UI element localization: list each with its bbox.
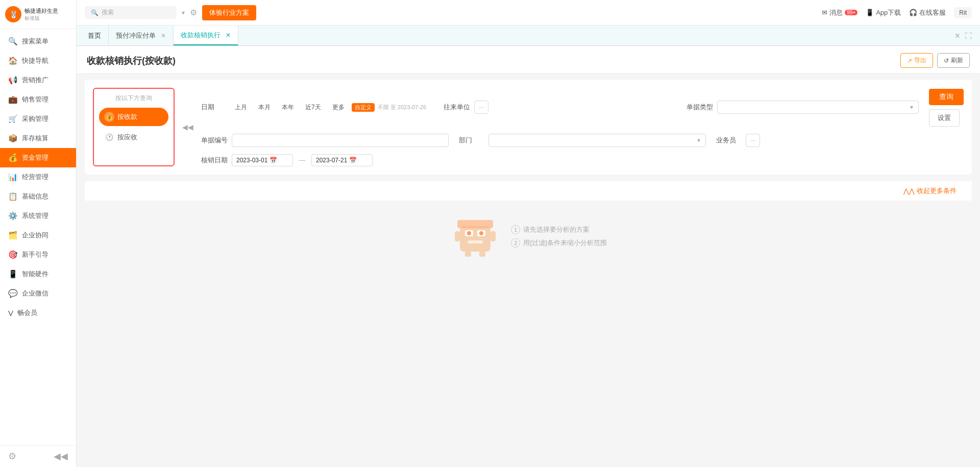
tab-prepay[interactable]: 预付冲应付单 ✕ <box>109 26 174 45</box>
date-separator: — <box>297 157 307 164</box>
tip1-num: 1 <box>511 225 520 234</box>
staff-label: 业务员 <box>716 136 742 145</box>
tabbar-actions: ✕ ⛶ <box>954 32 976 40</box>
empty-state: 1 请先选择要分析的方案 2 用[过滤]条件来缩小分析范围 <box>77 211 980 262</box>
writeoff-end-value: 2023-07-21 <box>316 157 347 164</box>
app-download-button[interactable]: 📱 App下载 <box>866 8 901 17</box>
date-shortcuts: 上月 本月 本年 近7天 更多 自定义 不限 至 2023-07-26 <box>231 102 426 113</box>
sidebar-quicknav-label: 快捷导航 <box>22 56 48 65</box>
date-custom-tag[interactable]: 自定义 <box>352 103 375 112</box>
sidebar-item-guide[interactable]: 🎯 新手引导 <box>0 245 76 264</box>
tab-receivable-close-icon[interactable]: ✕ <box>226 32 231 39</box>
message-button[interactable]: ✉ 消息 99+ <box>822 8 857 17</box>
date-last-month-btn[interactable]: 上月 <box>231 102 251 113</box>
writeoff-date-label: 核销日期 <box>201 156 228 165</box>
export-button[interactable]: ↗ 导出 <box>900 53 933 68</box>
sidebar-item-enterprise[interactable]: 🗂️ 企业协同 <box>0 226 76 245</box>
sidebar-hardware-label: 智能硬件 <box>22 269 48 279</box>
search-box[interactable]: 🔍 搜索 <box>85 6 177 19</box>
sidebar-item-hardware[interactable]: 📱 智能硬件 <box>0 264 76 284</box>
page-header: 收款核销执行(按收款) ↗ 导出 ↺ 刷新 <box>77 46 980 73</box>
date-7days-btn[interactable]: 近7天 <box>301 102 325 113</box>
filter-row-1: 日期 上月 本月 本年 近7天 更多 自定义 不限 至 2023-07-26 往… <box>201 88 964 127</box>
filter-by-receivable[interactable]: 🕐 按应收 <box>99 128 168 146</box>
collapse-sidebar-icon[interactable]: ◀◀ <box>54 451 68 462</box>
date-this-year-btn[interactable]: 本年 <box>278 102 298 113</box>
sidebar-item-finance[interactable]: 💰 资金管理 <box>0 148 76 167</box>
sidebar-item-search[interactable]: 🔍 搜索菜单 <box>0 32 76 51</box>
sidebar-item-sales[interactable]: 💼 销售管理 <box>0 90 76 109</box>
collapse-more-conditions[interactable]: ⋀⋀ 收起更多条件 <box>85 181 972 201</box>
search-icon: 🔍 <box>91 9 99 16</box>
collapse-more-label: 收起更多条件 <box>917 186 957 195</box>
bill-no-input[interactable] <box>232 134 449 147</box>
sidebar-sales-label: 销售管理 <box>22 95 48 104</box>
date-more-btn[interactable]: 更多 <box>328 102 349 113</box>
filter-by-receipt[interactable]: 💰 按收款 <box>99 108 168 126</box>
sidebar-sales-icon: 💼 <box>8 95 18 104</box>
sidebar-item-quicknav[interactable]: 🏠 快捷导航 <box>0 51 76 70</box>
empty-tip-2: 2 用[过滤]条件来缩小分析范围 <box>511 238 606 248</box>
writeoff-end-date-input[interactable]: 2023-07-21 📅 <box>311 154 373 166</box>
sidebar-guide-icon: 🎯 <box>8 250 18 259</box>
page-title: 收款核销执行(按收款) <box>87 55 176 67</box>
tab-prepay-close-icon[interactable]: ✕ <box>161 32 166 39</box>
bill-no-label: 单据编号 <box>201 136 228 145</box>
message-label: 消息 <box>829 8 843 17</box>
writeoff-start-calendar-icon: 📅 <box>270 157 277 164</box>
dropdown-chevron-icon[interactable]: ▾ <box>182 9 185 16</box>
svg-rect-6 <box>455 231 460 241</box>
query-button[interactable]: 查询 <box>929 89 964 105</box>
tab-receivable-label: 收款核销执行 <box>181 31 220 40</box>
svg-point-3 <box>467 231 471 235</box>
sidebar-item-wechat[interactable]: 💬 企业微信 <box>0 284 76 303</box>
tabbar: 首页 预付冲应付单 ✕ 收款核销执行 ✕ ✕ ⛶ <box>77 26 980 46</box>
topbar-gear-icon[interactable]: ⚙ <box>190 8 197 17</box>
sidebar-bottom: ⚙ ◀◀ <box>0 445 76 467</box>
writeoff-start-date-input[interactable]: 2023-03-01 📅 <box>232 154 293 166</box>
sidebar-item-marketing[interactable]: 📢 营销推广 <box>0 70 76 90</box>
topbar: 🔍 搜索 ▾ ⚙ 体验行业方案 ✉ 消息 99+ 📱 App下载 🎧 在线客服 … <box>77 0 980 26</box>
tip1-text: 请先选择要分析的方案 <box>523 225 590 234</box>
sidebar-finance-icon: 💰 <box>8 153 18 162</box>
receivable-option-icon: 🕐 <box>104 132 114 142</box>
bill-type-chevron-icon: ▾ <box>910 104 913 111</box>
tab-home[interactable]: 首页 <box>81 26 109 45</box>
dept-select[interactable]: ▾ <box>488 134 706 147</box>
bill-type-select[interactable]: ▾ <box>717 101 919 114</box>
settings-icon[interactable]: ⚙ <box>8 451 16 462</box>
staff-select-btn[interactable]: ··· <box>746 134 760 147</box>
tab-receivable[interactable]: 收款核销执行 ✕ <box>174 26 238 45</box>
online-service-button[interactable]: 🎧 在线客服 <box>909 8 946 17</box>
bill-no-field: 单据编号 <box>201 134 449 147</box>
tab-expand-icon[interactable]: ⛶ <box>965 32 972 40</box>
sidebar-hardware-icon: 📱 <box>8 269 18 279</box>
refresh-button[interactable]: ↺ 刷新 <box>937 53 970 68</box>
sidebar-item-member[interactable]: V 畅会员 <box>0 303 76 323</box>
date-this-month-btn[interactable]: 本月 <box>254 102 275 113</box>
sidebar-item-purchase[interactable]: 🛒 采购管理 <box>0 109 76 129</box>
sidebar: 🐰 畅捷通好生意 标准版 🔍 搜索菜单 🏠 快捷导航 📢 营销推广 💼 销售管理… <box>0 0 77 467</box>
date-hint: 不限 至 2023-07-26 <box>378 104 426 111</box>
writeoff-start-value: 2023-03-01 <box>236 157 267 164</box>
filter-options-title: 按以下方查询 <box>99 94 168 103</box>
collapse-filter-button[interactable]: ◀◀ <box>183 88 193 166</box>
sidebar-finance-label: 资金管理 <box>22 153 48 162</box>
industry-solution-button[interactable]: 体验行业方案 <box>202 5 256 20</box>
sidebar-quicknav-icon: 🏠 <box>8 56 18 65</box>
topbar-right: ✉ 消息 99+ 📱 App下载 🎧 在线客服 Rit <box>822 7 972 18</box>
counterpart-select-btn[interactable]: ··· <box>474 101 488 114</box>
filter-actions: 查询 设置 <box>929 88 964 127</box>
settings-button[interactable]: 设置 <box>929 109 960 127</box>
tab-close-all-icon[interactable]: ✕ <box>954 32 961 40</box>
sidebar-item-system[interactable]: ⚙️ 系统管理 <box>0 206 76 226</box>
sidebar-guide-label: 新手引导 <box>22 250 48 259</box>
sidebar-purchase-icon: 🛒 <box>8 114 18 124</box>
sidebar-item-inventory[interactable]: 📦 库存核算 <box>0 129 76 148</box>
sidebar-system-label: 系统管理 <box>22 211 48 220</box>
username-display[interactable]: Rit <box>954 7 972 18</box>
sidebar-item-basic[interactable]: 📋 基础信息 <box>0 187 76 206</box>
counterpart-field: 往来单位 ··· <box>444 101 676 114</box>
sidebar-operations-icon: 📊 <box>8 173 18 182</box>
sidebar-item-operations[interactable]: 📊 经营管理 <box>0 167 76 187</box>
